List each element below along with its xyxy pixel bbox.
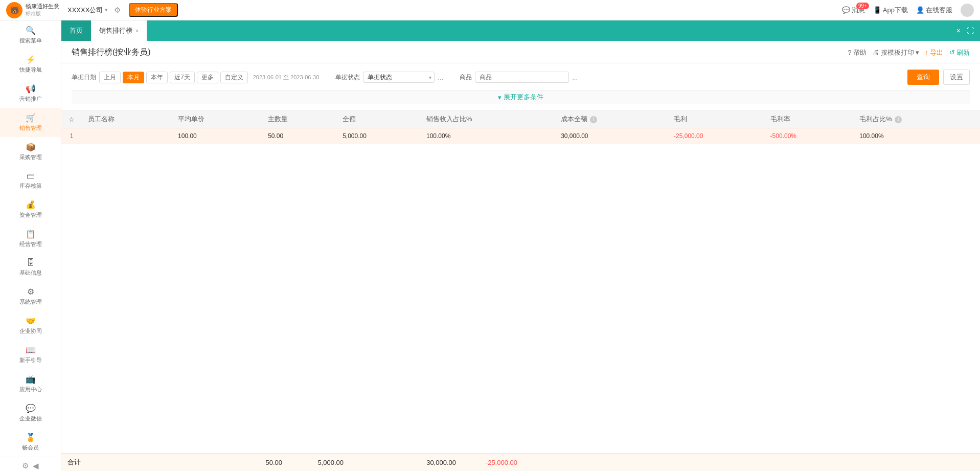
avatar[interactable] bbox=[961, 4, 974, 17]
help-button[interactable]: ? 帮助 bbox=[848, 48, 866, 57]
sidebar-item-quicknav[interactable]: ⚡ 快捷导航 bbox=[0, 50, 61, 79]
col-profitrate-header: 毛利率 bbox=[764, 110, 854, 128]
logo-text: 畅康通好生意 标准版 bbox=[26, 3, 59, 17]
table-header: ☆ 员工名称 平均单价 主数量 bbox=[61, 110, 980, 128]
filter-row-date: 单据日期 上月 本月 本年 近7天 更多 自定义 2023-06-01 至 20… bbox=[72, 70, 970, 85]
col-profit-header: 毛利 bbox=[668, 110, 764, 128]
date-btn-this-month[interactable]: 本月 bbox=[123, 72, 144, 83]
handshake-icon: 🤝 bbox=[26, 316, 36, 326]
date-filter-group: 单据日期 上月 本月 本年 近7天 更多 自定义 2023-06-01 至 20… bbox=[72, 72, 319, 83]
profitpct-info-icon[interactable]: i bbox=[895, 116, 902, 123]
sidebar-item-cooperation[interactable]: 🤝 企业协同 bbox=[0, 311, 61, 340]
settings-button[interactable]: 设置 bbox=[943, 70, 970, 85]
tab-close-icon[interactable]: × bbox=[135, 28, 139, 34]
page-actions: ? 帮助 🖨 按模板打印 ▾ ↑ 导出 ↺ bbox=[848, 48, 970, 57]
export-button[interactable]: ↑ 导出 bbox=[925, 48, 944, 57]
expand-button[interactable]: ▾ 展开更多条件 bbox=[498, 93, 543, 102]
expand-more-bar: ▾ 展开更多条件 bbox=[72, 90, 970, 104]
page-title: 销售排行榜(按业务员) bbox=[72, 47, 151, 58]
cell-profitrate: -500.00% bbox=[764, 128, 854, 144]
app-download-button[interactable]: 📱 App下载 bbox=[873, 6, 908, 15]
cell-rank: 1 bbox=[61, 128, 82, 144]
minimize-icon[interactable]: × bbox=[954, 26, 963, 36]
goods-more-icon: ... bbox=[572, 74, 578, 81]
page-content: 销售排行榜(按业务员) ? 帮助 🖨 按模板打印 ▾ ↑ bbox=[61, 41, 980, 471]
rankings-table: ☆ 员工名称 平均单价 主数量 bbox=[61, 110, 980, 144]
tab-bar: 首页 销售排行榜 × × ⛶ bbox=[61, 20, 980, 41]
tab-sales-ranking[interactable]: 销售排行榜 × bbox=[91, 20, 147, 41]
filter-actions: 查询 设置 bbox=[907, 70, 970, 85]
maximize-icon[interactable]: ⛶ bbox=[965, 26, 976, 36]
cell-amount: 5,000.00 bbox=[336, 128, 420, 144]
sidebar-item-management[interactable]: 📋 经营管理 bbox=[0, 224, 61, 253]
status-filter-group: 单据状态 单据状态 ... bbox=[335, 72, 443, 83]
content-area: 首页 销售排行榜 × × ⛶ 销售排行榜(按业务员) ? 帮助 bbox=[61, 20, 980, 471]
company-selector[interactable]: XXXXX公司 ▾ bbox=[67, 6, 108, 15]
search-icon: 🔍 bbox=[26, 26, 36, 35]
query-button[interactable]: 查询 bbox=[907, 70, 939, 85]
settings-bottom-icon[interactable]: ⚙ bbox=[22, 461, 29, 470]
page-title-row: 销售排行榜(按业务员) ? 帮助 🖨 按模板打印 ▾ ↑ bbox=[72, 47, 970, 58]
chevron-down-icon: ▾ bbox=[105, 7, 108, 13]
lightning-icon: ⚡ bbox=[26, 55, 36, 64]
cell-qty: 50.00 bbox=[262, 128, 336, 144]
sidebar-item-purchase[interactable]: 📦 采购管理 bbox=[0, 137, 61, 166]
more-filters-icon: ... bbox=[438, 74, 443, 81]
print-icon: 🖨 bbox=[873, 49, 879, 56]
col-amount-header: 全额 bbox=[336, 110, 420, 128]
cell-cost: 30,000.00 bbox=[555, 128, 668, 144]
sidebar-item-finance[interactable]: 💰 资金管理 bbox=[0, 195, 61, 224]
table-row[interactable]: 1 100.00 50.00 5,000.00 100.00% 30,000.0… bbox=[61, 128, 980, 144]
collapse-icon[interactable]: ◀ bbox=[33, 461, 39, 470]
date-btn-this-year[interactable]: 本年 bbox=[146, 72, 168, 83]
app-logo: 🐻 畅康通好生意 标准版 bbox=[6, 2, 59, 18]
table-header-row: ☆ 员工名称 平均单价 主数量 bbox=[61, 110, 980, 128]
sidebar-item-sales[interactable]: 🛒 销售管理 bbox=[0, 108, 61, 137]
message-icon: 💬 bbox=[842, 6, 850, 14]
sidebar-item-marketing[interactable]: 📢 营销推广 bbox=[0, 79, 61, 108]
goods-input[interactable] bbox=[475, 72, 569, 83]
megaphone-icon: 📢 bbox=[26, 84, 36, 94]
sidebar-item-basics[interactable]: 🗄 基础信息 bbox=[0, 253, 61, 282]
table-footer: 合计 50.00 5,000.00 30,000.00 -25,000.00 bbox=[61, 453, 980, 471]
sidebar-item-inventory[interactable]: 🗃 库存核算 bbox=[0, 166, 61, 195]
sidebar-item-guide[interactable]: 📖 新手引导 bbox=[0, 340, 61, 369]
main-layout: 🔍 搜索菜单 ⚡ 快捷导航 📢 营销推广 🛒 销售管理 📦 采购管理 🗃 库存核… bbox=[0, 20, 980, 471]
message-button[interactable]: 💬 消息 99+ bbox=[842, 6, 865, 15]
cost-info-icon[interactable]: i bbox=[590, 116, 597, 123]
col-rank-header: ☆ bbox=[61, 110, 82, 128]
sidebar-item-apps[interactable]: 📺 应用中心 bbox=[0, 369, 61, 398]
cell-avgprice: 100.00 bbox=[172, 128, 262, 144]
col-profitpct-header: 毛利占比% i bbox=[853, 110, 980, 128]
help-icon: ? bbox=[848, 49, 851, 56]
date-btn-custom[interactable]: 自定义 bbox=[220, 72, 248, 83]
online-service-button[interactable]: 👤 在线客服 bbox=[916, 6, 952, 15]
gear-icon: ⚙ bbox=[27, 287, 34, 297]
trial-button[interactable]: 体验行业方案 bbox=[129, 3, 178, 17]
money-icon: 💰 bbox=[26, 200, 36, 210]
date-btn-last-month[interactable]: 上月 bbox=[99, 72, 121, 83]
footer-amount: 5,000.00 bbox=[303, 459, 344, 466]
col-cost-header: 成本全额 i bbox=[555, 110, 668, 128]
sidebar-item-member[interactable]: 🏅 畅会员 bbox=[0, 428, 61, 457]
print-chevron-icon: ▾ bbox=[916, 49, 919, 56]
book-icon: 📖 bbox=[26, 345, 36, 355]
date-btn-7days[interactable]: 近7天 bbox=[170, 72, 195, 83]
status-select[interactable]: 单据状态 bbox=[363, 72, 435, 83]
sidebar-item-wechat[interactable]: 💬 企业微信 bbox=[0, 398, 61, 428]
medal-icon: 🏅 bbox=[26, 433, 36, 442]
col-name-header: 员工名称 bbox=[82, 110, 172, 128]
settings-icon[interactable]: ⚙ bbox=[114, 6, 121, 15]
table-body: 1 100.00 50.00 5,000.00 100.00% 30,000.0… bbox=[61, 128, 980, 144]
cell-name bbox=[82, 128, 172, 144]
template-print-button[interactable]: 🖨 按模板打印 ▾ bbox=[873, 48, 919, 57]
logo-icon: 🐻 bbox=[6, 2, 22, 18]
sidebar-item-system[interactable]: ⚙ 系统管理 bbox=[0, 282, 61, 311]
sidebar-item-search[interactable]: 🔍 搜索菜单 bbox=[0, 20, 61, 50]
date-btn-more[interactable]: 更多 bbox=[197, 72, 218, 83]
tab-home[interactable]: 首页 bbox=[61, 20, 91, 41]
refresh-icon: ↺ bbox=[949, 49, 955, 56]
tab-bar-actions: × ⛶ bbox=[954, 20, 980, 41]
col-qty-header: 主数量 bbox=[262, 110, 336, 128]
refresh-button[interactable]: ↺ 刷新 bbox=[949, 48, 970, 57]
